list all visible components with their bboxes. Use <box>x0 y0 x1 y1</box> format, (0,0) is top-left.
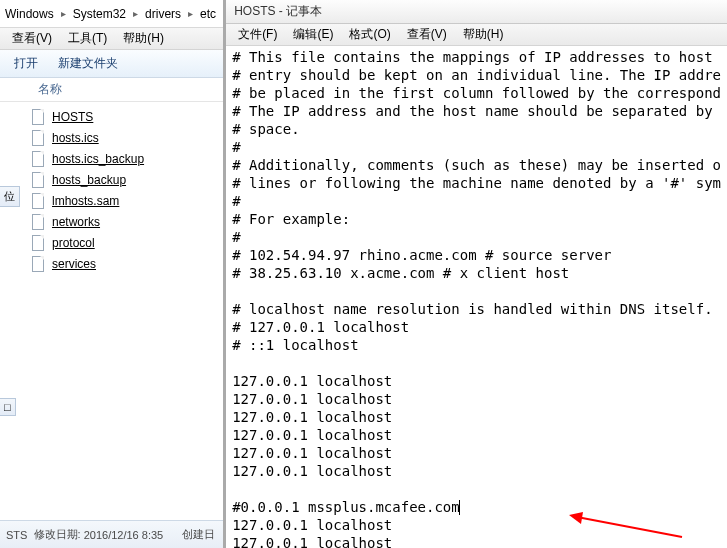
file-label: lmhosts.sam <box>52 194 119 208</box>
menu-format[interactable]: 格式(O) <box>341 26 398 43</box>
file-item[interactable]: services <box>0 253 223 274</box>
menu-help[interactable]: 帮助(H) <box>455 26 512 43</box>
file-list: HOSTS hosts.ics hosts.ics_backup hosts_b… <box>0 102 223 520</box>
notepad-title-bar[interactable]: HOSTS - 记事本 <box>226 0 727 24</box>
open-button[interactable]: 打开 <box>4 55 48 72</box>
status-modify-label: 修改日期: <box>34 527 81 542</box>
column-header-name[interactable]: 名称 <box>0 78 223 102</box>
file-item[interactable]: hosts.ics <box>0 127 223 148</box>
menu-view[interactable]: 查看(V) <box>4 30 60 47</box>
file-item-hosts[interactable]: HOSTS <box>0 106 223 127</box>
file-icon <box>30 151 46 167</box>
file-label: services <box>52 257 96 271</box>
file-item[interactable]: networks <box>0 211 223 232</box>
file-item[interactable]: hosts_backup <box>0 169 223 190</box>
menu-view[interactable]: 查看(V) <box>399 26 455 43</box>
menu-file[interactable]: 文件(F) <box>230 26 285 43</box>
file-icon <box>30 109 46 125</box>
chevron-right-icon[interactable]: ▸ <box>129 8 142 19</box>
text-before-cursor: # This file contains the mappings of IP … <box>232 49 721 515</box>
notepad-text-area[interactable]: # This file contains the mappings of IP … <box>226 46 727 548</box>
file-icon <box>30 256 46 272</box>
text-cursor <box>459 500 460 515</box>
file-item[interactable]: lmhosts.sam <box>0 190 223 211</box>
menu-help[interactable]: 帮助(H) <box>115 30 172 47</box>
breadcrumb-seg[interactable]: System32 <box>70 7 129 21</box>
file-label: networks <box>52 215 100 229</box>
file-icon <box>30 193 46 209</box>
status-create-label: 创建日 <box>182 527 215 542</box>
chevron-right-icon[interactable]: ▸ <box>57 8 70 19</box>
file-label: hosts.ics_backup <box>52 152 144 166</box>
side-tab[interactable]: 位 <box>0 186 20 207</box>
file-label: HOSTS <box>52 110 93 124</box>
file-item[interactable]: hosts.ics_backup <box>0 148 223 169</box>
breadcrumb-seg[interactable]: etc <box>197 7 219 21</box>
status-prefix: STS <box>6 529 27 541</box>
notepad-pane: HOSTS - 记事本 文件(F) 编辑(E) 格式(O) 查看(V) 帮助(H… <box>226 0 727 548</box>
breadcrumb[interactable]: Windows▸ System32▸ drivers▸ etc <box>0 0 223 28</box>
breadcrumb-seg[interactable]: Windows <box>2 7 57 21</box>
new-folder-button[interactable]: 新建文件夹 <box>48 55 128 72</box>
menu-edit[interactable]: 编辑(E) <box>285 26 341 43</box>
side-tab[interactable]: □ <box>0 398 16 416</box>
file-icon <box>30 130 46 146</box>
file-label: hosts.ics <box>52 131 99 145</box>
explorer-menu-bar: 查看(V) 工具(T) 帮助(H) <box>0 28 223 50</box>
text-after-cursor: 127.0.0.1 localhost 127.0.0.1 localhost … <box>232 517 519 548</box>
status-bar: STS 修改日期: 2016/12/16 8:35 创建日 <box>0 520 223 548</box>
svg-marker-1 <box>569 512 583 524</box>
explorer-toolbar: 打开 新建文件夹 <box>0 50 223 78</box>
status-modify-value: 2016/12/16 8:35 <box>84 529 164 541</box>
file-label: protocol <box>52 236 95 250</box>
file-icon <box>30 172 46 188</box>
notepad-menu-bar: 文件(F) 编辑(E) 格式(O) 查看(V) 帮助(H) <box>226 24 727 46</box>
breadcrumb-seg[interactable]: drivers <box>142 7 184 21</box>
file-icon <box>30 214 46 230</box>
svg-line-0 <box>577 517 682 537</box>
explorer-pane: Windows▸ System32▸ drivers▸ etc 查看(V) 工具… <box>0 0 226 548</box>
menu-tools[interactable]: 工具(T) <box>60 30 115 47</box>
chevron-right-icon[interactable]: ▸ <box>184 8 197 19</box>
file-label: hosts_backup <box>52 173 126 187</box>
file-icon <box>30 235 46 251</box>
file-item[interactable]: protocol <box>0 232 223 253</box>
annotation-arrow-icon <box>567 512 687 542</box>
